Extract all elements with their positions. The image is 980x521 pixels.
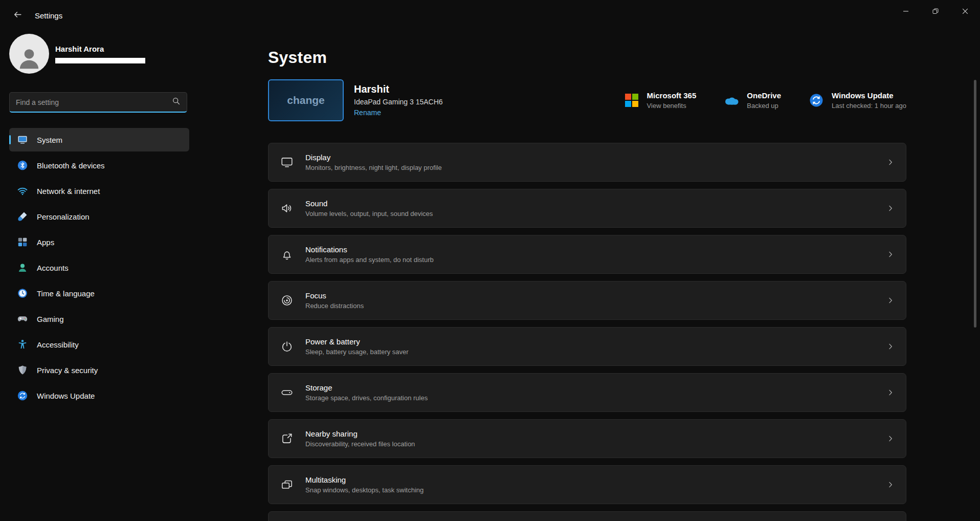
restore-icon — [932, 7, 939, 16]
search-icon — [172, 97, 181, 107]
device-name: Harshit — [354, 83, 443, 95]
accessibility-icon — [16, 338, 29, 351]
update-icon — [16, 389, 29, 402]
sidebar-item-system[interactable]: System — [9, 128, 189, 151]
status-subtitle: Last checked: 1 hour ago — [832, 102, 906, 110]
row-title: Storage — [305, 383, 428, 392]
back-arrow-icon — [13, 10, 22, 21]
row-subtitle: Storage space, drives, configuration rul… — [305, 394, 428, 402]
settings-row-sound[interactable]: Sound Volume levels, output, input, soun… — [268, 189, 906, 228]
status-title: OneDrive — [747, 91, 781, 100]
row-text: Sound Volume levels, output, input, soun… — [305, 199, 433, 218]
status-title: Windows Update — [832, 91, 906, 100]
sidebar-item-label: Network & internet — [37, 187, 100, 196]
back-button[interactable] — [7, 6, 28, 25]
settings-row-notifications[interactable]: Notifications Alerts from apps and syste… — [268, 235, 906, 274]
status-subtitle: View benefits — [647, 102, 697, 110]
row-subtitle: Monitors, brightness, night light, displ… — [305, 164, 442, 171]
status-text: Microsoft 365 View benefits — [647, 91, 697, 110]
status-item-windows-update[interactable]: Windows Update Last checked: 1 hour ago — [808, 91, 906, 110]
status-subtitle: Backed up — [747, 102, 781, 110]
window-title: Settings — [35, 11, 62, 20]
row-title: Nearby sharing — [305, 429, 415, 438]
user-name: Harshit Arora — [55, 45, 145, 53]
row-subtitle: Sleep, battery usage, battery saver — [305, 348, 409, 356]
sidebar-item-network-internet[interactable]: Network & internet — [9, 179, 189, 203]
sidebar-item-label: Accounts — [37, 264, 69, 272]
settings-row-power-battery[interactable]: Power & battery Sleep, battery usage, ba… — [268, 327, 906, 366]
status-item-onedrive[interactable]: OneDrive Backed up — [723, 91, 781, 110]
sidebar-item-windows-update[interactable]: Windows Update — [9, 384, 189, 407]
bell-icon — [280, 247, 294, 262]
row-subtitle: Alerts from apps and system, do not dist… — [305, 256, 434, 264]
chevron-right-icon — [886, 296, 895, 305]
sidebar-item-apps[interactable]: Apps — [9, 230, 189, 254]
settings-row-nearby-sharing[interactable]: Nearby sharing Discoverability, received… — [268, 419, 906, 458]
user-profile[interactable]: Harshit Arora — [9, 34, 268, 74]
close-icon — [962, 7, 968, 16]
close-button[interactable] — [950, 0, 980, 24]
sidebar-item-label: Apps — [37, 238, 54, 247]
status-text: Windows Update Last checked: 1 hour ago — [832, 91, 906, 110]
sidebar-nav: System Bluetooth & devices Network & int… — [9, 128, 189, 407]
onedrive-icon — [723, 95, 740, 106]
row-subtitle: Reduce distractions — [305, 302, 364, 310]
sidebar-item-accessibility[interactable]: Accessibility — [9, 333, 189, 356]
sidebar-item-personalization[interactable]: Personalization — [9, 205, 189, 228]
device-info: change Harshit IdeaPad Gaming 3 15ACH6 R… — [268, 79, 443, 121]
multitask-icon — [280, 477, 294, 492]
row-text: Display Monitors, brightness, night ligh… — [305, 153, 442, 171]
row-title: Notifications — [305, 245, 434, 254]
focus-icon — [280, 293, 294, 308]
search-box — [9, 92, 187, 113]
row-subtitle: Volume levels, output, input, sound devi… — [305, 210, 433, 218]
row-text: Focus Reduce distractions — [305, 291, 364, 310]
display-icon — [280, 155, 294, 169]
status-text: OneDrive Backed up — [747, 91, 781, 110]
row-title: Sound — [305, 199, 433, 208]
sidebar-item-label: Bluetooth & devices — [37, 161, 105, 170]
titlebar: Settings — [0, 0, 980, 31]
row-title: Multitasking — [305, 475, 424, 484]
sidebar-item-bluetooth-devices[interactable]: Bluetooth & devices — [9, 154, 189, 177]
gamepad-icon — [16, 313, 29, 325]
system-icon — [16, 134, 29, 146]
row-title: Focus — [305, 291, 364, 300]
network-icon — [16, 185, 29, 197]
sidebar-item-gaming[interactable]: Gaming — [9, 307, 189, 331]
accounts-icon — [16, 262, 29, 274]
settings-row-storage[interactable]: Storage Storage space, drives, configura… — [268, 373, 906, 412]
row-text: Notifications Alerts from apps and syste… — [305, 245, 434, 264]
restore-button[interactable] — [921, 0, 950, 24]
settings-row-focus[interactable]: Focus Reduce distractions — [268, 281, 906, 320]
minimize-icon — [903, 7, 909, 16]
chevron-right-icon — [886, 435, 895, 443]
avatar — [9, 34, 49, 74]
settings-row-display[interactable]: Display Monitors, brightness, night ligh… — [268, 143, 906, 182]
device-thumbnail: change — [268, 79, 344, 121]
user-email-redacted — [55, 58, 145, 63]
sidebar-item-label: Time & language — [37, 289, 95, 298]
settings-window: Settings Harshit Arora — [0, 0, 980, 521]
chevron-right-icon — [886, 481, 895, 489]
sidebar-item-label: Windows Update — [37, 392, 95, 400]
row-text: Nearby sharing Discoverability, received… — [305, 429, 415, 448]
rename-link[interactable]: Rename — [354, 108, 381, 117]
sidebar-item-accounts[interactable]: Accounts — [9, 256, 189, 279]
settings-row-multitasking[interactable]: Multitasking Snap windows, desktops, tas… — [268, 465, 906, 504]
sidebar-item-privacy-security[interactable]: Privacy & security — [9, 358, 189, 382]
page-title: System — [268, 48, 906, 67]
minimize-button[interactable] — [891, 0, 921, 24]
status-item-microsoft-365[interactable]: Microsoft 365 View benefits — [623, 91, 697, 110]
chevron-right-icon — [886, 250, 895, 258]
sidebar-item-time-language[interactable]: Time & language — [9, 281, 189, 305]
main-content: System change Harshit IdeaPad Gaming 3 1… — [268, 31, 906, 521]
scrollbar[interactable] — [974, 80, 976, 328]
chevron-right-icon — [886, 158, 895, 166]
search-input[interactable] — [16, 98, 172, 106]
storage-icon — [280, 385, 294, 400]
shield-icon — [16, 364, 29, 376]
settings-row-partial[interactable] — [268, 511, 906, 521]
sidebar-item-label: System — [37, 136, 62, 144]
bluetooth-icon — [16, 159, 29, 171]
